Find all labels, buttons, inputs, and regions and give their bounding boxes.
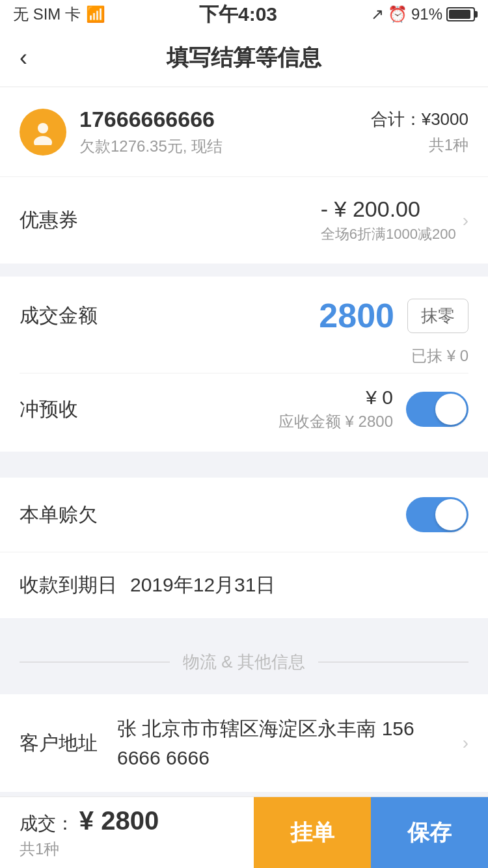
- date-value: 2019年12月31日: [130, 572, 275, 599]
- svg-point-0: [38, 123, 48, 133]
- customer-debt: 欠款1276.35元, 现结: [79, 136, 223, 157]
- customer-right: 合计：¥3000 共1种: [371, 108, 468, 156]
- coupon-right-text: - ¥ 200.00 全场6折满1000减200: [321, 197, 456, 244]
- amount-value: 2800: [319, 296, 394, 335]
- save-button[interactable]: 保存: [371, 797, 488, 869]
- location-icon: ↗: [371, 5, 384, 23]
- alarm-icon: ⏰: [388, 5, 407, 23]
- prepay-label: 冲预收: [20, 396, 78, 423]
- wifi-icon: 📶: [86, 5, 105, 23]
- coupon-label: 优惠券: [20, 207, 78, 234]
- avatar: [20, 109, 66, 156]
- address-section[interactable]: 客户地址 张 北京市市辖区海淀区永丰南 156 6666 6666 ›: [0, 694, 488, 792]
- prepay-amount: ¥ 0: [278, 387, 393, 409]
- logistics-text: 物流 & 其他信息: [183, 651, 305, 673]
- bottom-bar: 成交： ¥ 2800 共1种 挂单 保存: [0, 796, 488, 868]
- address-chevron-icon: ›: [463, 733, 468, 753]
- amount-row: 成交金额 2800 抹零: [20, 296, 468, 335]
- bottom-summary: 成交： ¥ 2800 共1种: [0, 806, 254, 860]
- debt-toggle[interactable]: [406, 497, 468, 532]
- debt-section: 本单赊欠: [0, 478, 488, 552]
- bottom-summary-label: 成交：: [20, 813, 74, 834]
- date-row: 收款到期日 2019年12月31日: [20, 572, 468, 599]
- bottom-summary-line1: 成交： ¥ 2800: [20, 806, 234, 836]
- battery-icon: [446, 7, 475, 21]
- status-bar-time: 下午4:03: [199, 1, 277, 28]
- nav-bar: ‹ 填写结算等信息: [0, 29, 488, 87]
- date-section: 收款到期日 2019年12月31日: [0, 552, 488, 618]
- date-label: 收款到期日: [20, 572, 117, 599]
- section-divider-2: [0, 452, 488, 465]
- amount-right: 2800 抹零: [319, 296, 468, 335]
- battery-percent: 91%: [411, 5, 442, 23]
- amount-section: 成交金额 2800 抹零 已抹 ¥ 0 冲预收 ¥ 0 应收金额 ¥ 2800: [0, 277, 488, 452]
- svg-point-1: [34, 136, 52, 145]
- carrier-label: 无 SIM 卡: [13, 4, 81, 25]
- amount-sub: 已抹 ¥ 0: [20, 346, 468, 366]
- bottom-amount: ¥ 2800: [79, 806, 159, 835]
- round-button[interactable]: 抹零: [407, 299, 468, 333]
- prepay-toggle[interactable]: [406, 392, 468, 427]
- page-title: 填写结算等信息: [167, 43, 321, 73]
- prepay-right: ¥ 0 应收金额 ¥ 2800: [278, 387, 468, 432]
- prepay-row: 冲预收 ¥ 0 应收金额 ¥ 2800: [20, 373, 468, 432]
- coupon-chevron-icon: ›: [463, 210, 468, 231]
- back-button[interactable]: ‹: [20, 44, 59, 72]
- coupon-row[interactable]: 优惠券 - ¥ 200.00 全场6折满1000减200 ›: [0, 176, 488, 264]
- coupon-desc: 全场6折满1000减200: [321, 224, 456, 244]
- logistics-divider: 物流 & 其他信息: [0, 631, 488, 693]
- logistics-line-right: [318, 662, 468, 662]
- coupon-right: - ¥ 200.00 全场6折满1000减200 ›: [321, 197, 468, 244]
- address-label: 客户地址: [20, 730, 98, 757]
- bottom-count: 共1种: [20, 839, 234, 860]
- logistics-line-left: [20, 662, 170, 662]
- section-divider-1: [0, 264, 488, 277]
- customer-card: 17666666666 欠款1276.35元, 现结 合计：¥3000 共1种: [0, 87, 488, 176]
- prepay-value: ¥ 0 应收金额 ¥ 2800: [278, 387, 393, 432]
- amount-label: 成交金额: [20, 303, 98, 329]
- customer-info: 17666666666 欠款1276.35元, 现结: [79, 107, 223, 157]
- toggle-knob: [435, 394, 467, 425]
- total-count: 共1种: [371, 135, 468, 156]
- address-value: 张 北京市市辖区海淀区永丰南 156 6666 6666: [117, 714, 463, 772]
- customer-phone: 17666666666: [79, 107, 223, 132]
- hangup-button[interactable]: 挂单: [254, 797, 371, 869]
- debt-label: 本单赊欠: [20, 502, 98, 528]
- coupon-discount: - ¥ 200.00: [321, 197, 456, 222]
- battery-fill: [449, 10, 470, 19]
- main-content: 17666666666 欠款1276.35元, 现结 合计：¥3000 共1种 …: [0, 87, 488, 868]
- prepay-sub: 应收金额 ¥ 2800: [278, 411, 393, 432]
- debt-toggle-knob: [435, 499, 467, 530]
- status-bar-right: ↗ ⏰ 91%: [371, 5, 475, 23]
- status-bar: 无 SIM 卡 📶 下午4:03 ↗ ⏰ 91%: [0, 0, 488, 29]
- customer-left: 17666666666 欠款1276.35元, 现结: [20, 107, 223, 157]
- status-bar-left: 无 SIM 卡 📶: [13, 4, 105, 25]
- total-label: 合计：¥3000: [371, 108, 468, 131]
